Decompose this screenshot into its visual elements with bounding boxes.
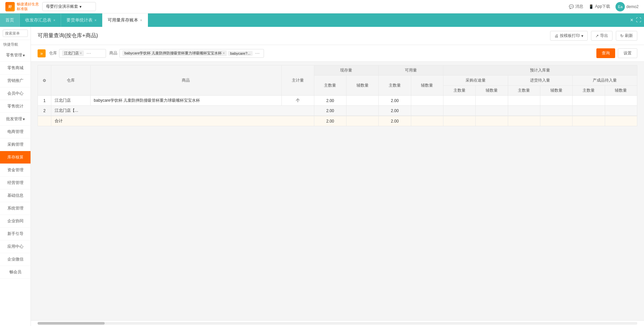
- product-label: 商品: [109, 50, 117, 56]
- filter-expand-button[interactable]: »: [38, 49, 46, 57]
- sidebar-item-marketing[interactable]: 营销推广: [0, 75, 31, 87]
- logo-icon: 好: [5, 2, 15, 11]
- product-input[interactable]: babycare学饮杯 儿童防摔防撞吸管杯重力球吸嘴杯宝宝水杯 × babyca…: [119, 49, 264, 58]
- col-current-stock-header: 现存量: [314, 65, 379, 76]
- col-stock-aux: 辅数量: [346, 76, 378, 96]
- col-purchase-transit-header: 采购在途量: [443, 76, 508, 86]
- page-actions: 🖨 按模板打印 ▾ ↗ 导出 ↻ 刷新: [550, 31, 637, 41]
- warehouse-input[interactable]: 江北门店 × ···: [59, 49, 106, 58]
- sidebar: 快捷导航 零售管理 ▾ 零售商城 营销推广 会员中心 零售统计 批发管理 ▾ 电…: [0, 27, 31, 326]
- tab-close-available[interactable]: ×: [140, 18, 142, 22]
- page-title: 可用量查询(按仓库+商品): [38, 32, 98, 39]
- col-product-main: 主数量: [573, 86, 605, 96]
- col-settings[interactable]: ⚙: [38, 65, 51, 96]
- tab-order-stats[interactable]: 要货单统计表 ×: [61, 13, 102, 27]
- col-avail-main: 主数量: [379, 76, 411, 96]
- sidebar-item-system-mgmt[interactable]: 系统管理: [0, 202, 31, 215]
- nav-close-btn[interactable]: ×: [630, 17, 633, 23]
- cell-pending-main: [508, 96, 540, 106]
- chevron-down-icon: ▾: [23, 117, 25, 122]
- search-input[interactable]: [3, 30, 28, 37]
- cell-no: 1: [38, 96, 51, 106]
- sidebar-item-purchase-mgmt[interactable]: 采购管理: [0, 138, 31, 151]
- tab-available-stock[interactable]: 可用量库存账本 ×: [102, 13, 148, 27]
- chevron-down-icon: ▾: [79, 4, 82, 9]
- product-more-btn[interactable]: ···: [254, 50, 261, 56]
- total-label: 合计: [51, 116, 314, 126]
- settings-button[interactable]: 设置: [618, 48, 637, 58]
- sidebar-item-enterprise-collab[interactable]: 企业协同: [0, 215, 31, 228]
- scroll-thumb[interactable]: [38, 322, 105, 325]
- data-table: ⚙ 仓库 商品 主计量 现存量 可用量 预计入库量 主数量 辅数量 主数量 辅数…: [38, 65, 637, 126]
- tab-close-receive[interactable]: ×: [53, 18, 55, 22]
- product-tag-1: babycare学饮杯 儿童防摔防撞吸管杯重力球吸嘴杯宝宝水杯 ×: [122, 50, 227, 56]
- subtotal-avail-main: 2.00: [379, 106, 411, 116]
- query-button[interactable]: 查询: [596, 48, 615, 58]
- message-icon: 💬: [569, 4, 574, 9]
- cell-product-main: [573, 96, 605, 106]
- app-download-action[interactable]: 📱 App下载: [589, 4, 610, 9]
- sidebar-item-enterprise-wechat[interactable]: 企业微信: [0, 253, 31, 266]
- download-icon: 📱: [589, 4, 594, 9]
- sidebar-item-member-center[interactable]: 会员中心: [0, 87, 31, 100]
- top-bar: 好 畅捷通好生意 标准版 母婴行业演示账套 ▾ 💬 消息 📱 App下载 Ea …: [0, 0, 644, 13]
- avatar: Ea: [615, 2, 625, 11]
- cell-warehouse: 江北门店: [51, 96, 91, 106]
- col-planned-inbound-header: 预计入库量: [443, 65, 637, 76]
- warehouse-tag: 江北门店 ×: [62, 50, 84, 56]
- warehouse-tag-remove[interactable]: ×: [80, 51, 82, 55]
- tab-home[interactable]: 首页: [0, 13, 20, 27]
- org-selector[interactable]: 母婴行业演示账套 ▾: [42, 2, 96, 11]
- warehouse-more-btn[interactable]: ···: [85, 50, 92, 56]
- sidebar-item-member-plus[interactable]: 畅会员: [0, 266, 31, 279]
- col-product-header: 商品: [90, 65, 282, 96]
- user-area[interactable]: Ea demo2: [615, 2, 639, 11]
- cell-stock-aux: [346, 96, 378, 106]
- top-bar-left: 好 畅捷通好生意 标准版 母婴行业演示账套 ▾: [5, 2, 96, 11]
- cell-purchase-main: [443, 96, 475, 106]
- refresh-icon: ↻: [620, 34, 624, 38]
- horizontal-scrollbar[interactable]: [38, 322, 637, 325]
- logo-text: 畅捷通好生意 标准版: [17, 2, 39, 11]
- col-stock-main: 主数量: [314, 76, 346, 96]
- main-content: 可用量查询(按仓库+商品) 🖨 按模板打印 ▾ ↗ 导出 ↻ 刷新 »: [31, 27, 644, 326]
- sidebar-item-operations-mgmt[interactable]: 经营管理: [0, 177, 31, 189]
- refresh-button[interactable]: ↻ 刷新: [616, 31, 637, 41]
- subtotal-row: 2 江北门店【... 2.00 2.00: [38, 106, 637, 116]
- col-purchase-aux: 辅数量: [476, 86, 508, 96]
- nav-expand-btn[interactable]: ⛶: [636, 17, 641, 23]
- product-tag-2: babycare?...: [228, 51, 253, 56]
- sidebar-item-retail-mgmt[interactable]: 零售管理 ▾: [0, 49, 31, 62]
- tab-close-order[interactable]: ×: [95, 18, 97, 22]
- sidebar-item-new-guide[interactable]: 新手引导: [0, 228, 31, 240]
- top-bar-right: 💬 消息 📱 App下载 Ea demo2: [569, 2, 639, 11]
- total-row: 合计 2.00 2.00: [38, 116, 637, 126]
- cell-product-aux: [605, 96, 637, 106]
- cell-unit: 个: [282, 96, 314, 106]
- col-unit-header: 主计量: [282, 65, 314, 96]
- sidebar-item-app-center[interactable]: 应用中心: [0, 240, 31, 253]
- sidebar-item-retail-mall[interactable]: 零售商城: [0, 62, 31, 75]
- layout: 快捷导航 零售管理 ▾ 零售商城 营销推广 会员中心 零售统计 批发管理 ▾ 电…: [0, 27, 644, 326]
- total-stock-main: 2.00: [314, 116, 346, 126]
- col-warehouse-header: 仓库: [51, 65, 91, 96]
- template-print-button[interactable]: 🖨 按模板打印 ▾: [550, 31, 588, 41]
- col-pending-main: 主数量: [508, 86, 540, 96]
- message-action[interactable]: 💬 消息: [569, 4, 583, 9]
- sidebar-item-retail-stats[interactable]: 零售统计: [0, 100, 31, 113]
- export-button[interactable]: ↗ 导出: [591, 31, 612, 41]
- print-icon: 🖨: [554, 34, 558, 38]
- subtotal-warehouse: 江北门店【...: [51, 106, 314, 116]
- export-icon: ↗: [595, 34, 599, 38]
- chevron-down-icon: ▾: [581, 34, 583, 38]
- sidebar-item-inventory-check[interactable]: 库存核算: [0, 151, 31, 164]
- product-tag-remove[interactable]: ×: [223, 51, 225, 55]
- sidebar-item-ecommerce-mgmt[interactable]: 电商管理: [0, 126, 31, 138]
- sidebar-item-basic-info[interactable]: 基础信息: [0, 189, 31, 202]
- sidebar-item-wholesale-mgmt[interactable]: 批发管理 ▾: [0, 113, 31, 126]
- table-row: 1 江北门店 babycare学饮杯 儿童防摔防撞吸管杯重力球吸嘴杯宝宝水杯 个…: [38, 96, 637, 106]
- product-filter-group: 商品 babycare学饮杯 儿童防摔防撞吸管杯重力球吸嘴杯宝宝水杯 × bab…: [109, 49, 264, 58]
- sidebar-item-finance-mgmt[interactable]: 资金管理: [0, 164, 31, 177]
- table-footer: [31, 320, 644, 326]
- tab-receive-summary[interactable]: 收发存汇总表 ×: [20, 13, 61, 27]
